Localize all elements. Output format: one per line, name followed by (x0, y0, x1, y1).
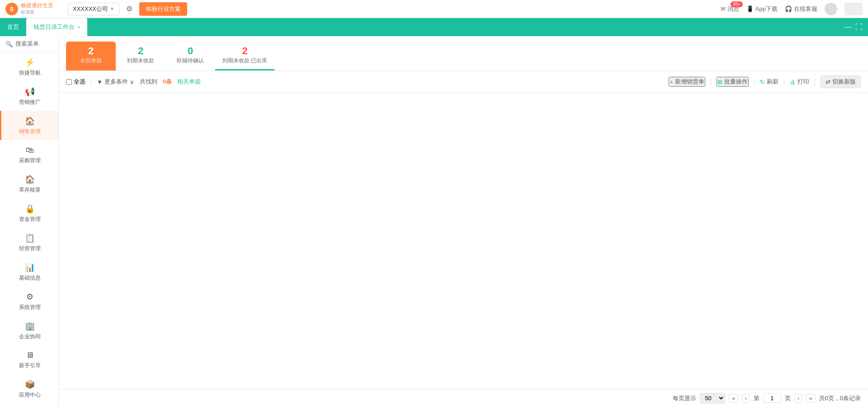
sidebar-label-app-center: 应用中心 (19, 391, 41, 399)
tab-minimize-button[interactable]: — (844, 23, 852, 31)
toolbar-divider-3 (754, 78, 755, 85)
message-button[interactable]: ✉ 消息 99+ (721, 5, 739, 13)
header: 6 畅捷通好生意 标准版 XXXXXX公司 ▼ ⚙ 体验行业方案 ✉ 消息 99… (0, 0, 868, 18)
message-icon: ✉ (721, 5, 726, 12)
switch-icon: ⇄ (826, 79, 830, 85)
message-badge: 99+ (731, 1, 743, 7)
filter-icon: ▼ (97, 79, 103, 85)
stat-label-overdue: 到期未收款 (123, 57, 158, 65)
print-button[interactable]: 🖨 打印 (790, 78, 809, 86)
sidebar-label-enterprise: 企业协同 (19, 333, 41, 341)
chevron-down-icon: ▼ (110, 6, 114, 11)
tab-home-label: 首页 (7, 23, 19, 31)
search-icon: 🔍 (5, 41, 13, 47)
sidebar-item-guide[interactable]: 🖥 新手引导 (0, 345, 58, 374)
app-center-icon: 📦 (25, 379, 35, 389)
finance-icon: 🔒 (25, 204, 35, 214)
stat-label-all: 全部单据 (73, 57, 108, 65)
company-name: XXXXXX公司 (73, 5, 108, 13)
switch-version-button[interactable]: ⇄ 切换新版 (821, 75, 861, 88)
sidebar-label-sys-mgmt: 系统管理 (19, 304, 41, 311)
stat-tab-pending[interactable]: 0 旺辅待确认 (165, 42, 215, 70)
tab-maximize-button[interactable]: ⛶ (855, 23, 863, 31)
page-size-label: 每页显示 (673, 394, 696, 402)
select-all-label[interactable]: 全选 (66, 78, 85, 86)
sidebar-label-finance: 资金管理 (19, 215, 41, 223)
stat-num-pending: 0 (173, 45, 208, 57)
sales-icon: 🏠 (25, 116, 35, 126)
batch-icon: ⊞ (717, 79, 722, 85)
pagination-prev-button[interactable]: ‹ (742, 394, 750, 403)
select-all-text: 全选 (74, 78, 85, 86)
app-download-button[interactable]: 📱 App下载 (746, 5, 778, 13)
tab-home[interactable]: 首页 (0, 18, 26, 36)
search-menu-button[interactable]: 🔍 搜索菜单 (0, 36, 58, 52)
refresh-button[interactable]: ↻ 刷新 (760, 78, 778, 86)
select-all-checkbox[interactable] (66, 79, 72, 85)
tab-close-icon[interactable]: × (77, 24, 80, 30)
sidebar-label-guide: 新手引导 (19, 362, 41, 370)
stats-tabs: 2 全部单据 2 到期未收款 0 旺辅待确认 2 到期未收款 已出库 (59, 36, 868, 71)
online-service-label: 在线客服 (794, 5, 817, 13)
sidebar-item-app-center[interactable]: 📦 应用中心 (0, 374, 58, 403)
purchase-icon: 🛍 (26, 145, 34, 155)
sidebar-item-quick-nav[interactable]: ⚡ 快捷导航 (0, 52, 58, 81)
table-area (59, 93, 868, 389)
stat-tab-all[interactable]: 2 全部单据 (66, 42, 116, 70)
search-menu-label: 搜索菜单 (15, 40, 39, 48)
sidebar-item-marketing[interactable]: 📢 营销推广 (0, 81, 58, 111)
online-service-button[interactable]: 🎧 在线客服 (785, 5, 817, 13)
logo-icon: 6 (5, 3, 18, 15)
sidebar-label-base-info: 基础信息 (19, 274, 41, 282)
sidebar-item-enterprise[interactable]: 🏢 企业协同 (0, 316, 58, 345)
page-suffix: 页 (785, 394, 791, 402)
sidebar-item-operations[interactable]: 📋 经营管理 (0, 228, 58, 257)
stat-tab-overdue[interactable]: 2 到期未收款 (116, 42, 165, 70)
main-layout: 🔍 搜索菜单 ⚡ 快捷导航 📢 营销推广 🏠 销售管理 🛍 采购管理 🏠 库存核… (0, 36, 868, 407)
logo-text: 畅捷通好生意 (21, 2, 53, 9)
print-label: 打印 (797, 78, 809, 86)
pagination-next-button[interactable]: › (794, 394, 802, 403)
tab-workbench[interactable]: 钱货日清工作台 × (26, 18, 87, 36)
trial-button[interactable]: 体验行业方案 (139, 2, 187, 16)
sidebar-item-purchase[interactable]: 🛍 采购管理 (0, 140, 58, 169)
logo-sub: 标准版 (21, 9, 53, 15)
pagination-first-button[interactable]: « (729, 394, 738, 403)
toolbar-divider-4 (784, 78, 784, 85)
sidebar-item-sys-mgmt[interactable]: ⚙ 系统管理 (0, 286, 58, 316)
user-name-area[interactable] (844, 3, 863, 15)
new-sale-button[interactable]: + 新增销货单 (669, 77, 705, 87)
stat-num-overdue: 2 (123, 45, 158, 57)
stat-tab-overdue-shipped[interactable]: 2 到期未收款 已出库 (215, 42, 274, 70)
sidebar-label-purchase: 采购管理 (19, 157, 41, 164)
company-selector[interactable]: XXXXXX公司 ▼ (68, 3, 119, 15)
avatar[interactable] (825, 3, 837, 15)
toolbar-right: + 新增销货单 ⊞ 批量操作 ↻ 刷新 🖨 打印 (669, 75, 861, 88)
related-records-button[interactable]: 相关单据 (177, 78, 201, 86)
pagination-last-button[interactable]: » (806, 394, 816, 403)
pagination: 每页显示 10 20 50 100 « ‹ 第 页 › » 共0页，0条记录 (59, 389, 868, 407)
operations-icon: 📋 (25, 233, 35, 243)
app-download-label: App下载 (755, 5, 778, 13)
headset-icon: 🎧 (785, 5, 792, 12)
filter-button[interactable]: ▼ 更多条件 ∨ (97, 78, 134, 86)
settings-icon[interactable]: ⚙ (123, 3, 136, 15)
refresh-label: 刷新 (767, 78, 778, 86)
sidebar-item-sales[interactable]: 🏠 销售管理 (0, 111, 58, 140)
guide-icon: 🖥 (26, 351, 34, 360)
page-number-input[interactable] (763, 393, 781, 403)
mobile-icon: 📱 (746, 5, 754, 12)
batch-op-button[interactable]: ⊞ 批量操作 (717, 77, 749, 87)
chevron-down-icon: ∨ (130, 79, 134, 85)
sidebar-item-wechat[interactable]: 💬 企业微信 (0, 403, 58, 407)
tab-controls: — ⛶ (844, 23, 868, 31)
pagination-total: 共0页，0条记录 (819, 394, 861, 402)
sidebar-item-finance[interactable]: 🔒 资金管理 (0, 198, 58, 228)
page-size-select[interactable]: 10 20 50 100 (700, 393, 725, 403)
toolbar: 全选 ▼ 更多条件 ∨ 共找到 0条 相关单据 + 新增销货单 (59, 71, 868, 93)
sidebar-item-base-info[interactable]: 📊 基础信息 (0, 257, 58, 286)
sys-mgmt-icon: ⚙ (26, 292, 33, 302)
stat-num-all: 2 (73, 45, 108, 57)
filter-label: 更多条件 (104, 78, 128, 86)
sidebar-item-inventory[interactable]: 🏠 库存核算 (0, 169, 58, 198)
